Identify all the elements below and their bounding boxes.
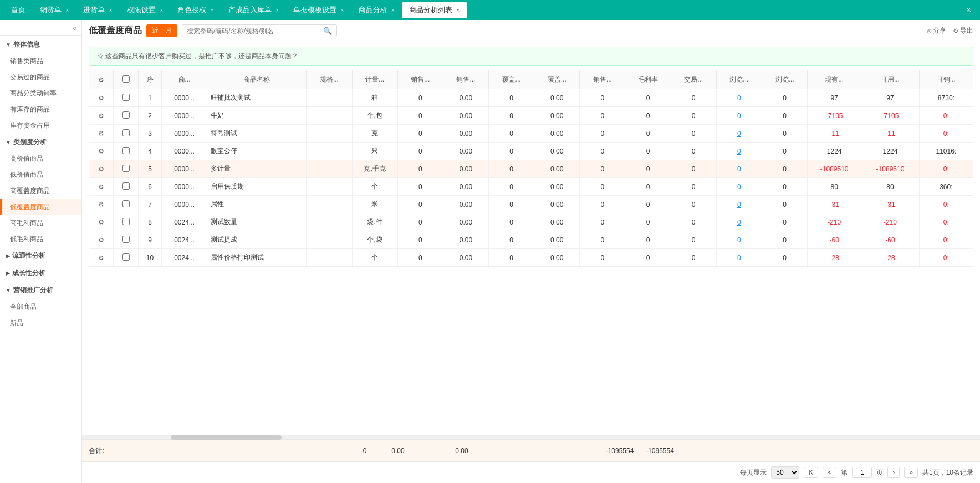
horizontal-scrollbar[interactable]: [82, 435, 980, 439]
row-settings[interactable]: ⚙: [89, 178, 114, 196]
row-settings[interactable]: ⚙: [89, 107, 114, 125]
nav-tab-analysis-list[interactable]: 商品分析列表 ×: [402, 2, 466, 18]
col-sales1[interactable]: 销售...: [397, 70, 443, 89]
row-select-checkbox[interactable]: [122, 165, 130, 172]
sidebar-item-low-coverage[interactable]: 低覆盖度商品: [0, 199, 81, 215]
search-icon[interactable]: 🔍: [323, 27, 332, 35]
nav-tab-role[interactable]: 角色授权 ×: [171, 2, 220, 18]
settings-icon[interactable]: ⚙: [98, 94, 104, 102]
settings-icon[interactable]: ⚙: [98, 165, 104, 173]
close-icon[interactable]: ×: [391, 7, 395, 13]
nav-tab-permission[interactable]: 权限设置 ×: [120, 2, 170, 18]
col-browse1[interactable]: 浏览...: [716, 70, 762, 89]
row-browse1[interactable]: 0: [716, 125, 762, 143]
prev-page-button[interactable]: <: [823, 467, 836, 478]
settings-icon[interactable]: ⚙: [98, 130, 104, 138]
row-settings[interactable]: ⚙: [89, 196, 114, 213]
sidebar-group-category[interactable]: ▼ 类别度分析: [0, 134, 81, 151]
sidebar-item-high-coverage[interactable]: 高覆盖度商品: [0, 183, 81, 199]
row-select-checkbox[interactable]: [122, 147, 130, 154]
nav-tab-template[interactable]: 单据模板设置 ×: [287, 2, 350, 18]
nav-tab-analysis[interactable]: 商品分析 ×: [352, 2, 401, 18]
sidebar-item-traded-goods[interactable]: 交易过的商品: [0, 69, 81, 85]
row-select-checkbox[interactable]: [122, 218, 130, 225]
col-code[interactable]: 商...: [161, 70, 207, 89]
close-icon[interactable]: ×: [109, 7, 112, 13]
row-browse1[interactable]: 0: [716, 231, 762, 249]
sidebar-item-all-goods[interactable]: 全部商品: [0, 299, 81, 315]
row-browse1[interactable]: 0: [716, 249, 762, 267]
row-select-checkbox[interactable]: [122, 94, 130, 101]
col-spec[interactable]: 规格...: [307, 70, 352, 89]
sidebar-group-overall[interactable]: ▼ 整体信息: [0, 36, 81, 53]
sidebar-item-category-rate[interactable]: 商品分类动销率: [0, 85, 81, 101]
sidebar-item-new-goods[interactable]: 新品: [0, 315, 81, 331]
row-select-checkbox[interactable]: [122, 129, 130, 136]
scrollbar-thumb[interactable]: [171, 435, 282, 440]
page-size-select[interactable]: 50 100 200: [771, 466, 799, 479]
col-unit[interactable]: 计量...: [352, 70, 397, 89]
row-settings[interactable]: ⚙: [89, 143, 114, 160]
sidebar-item-in-stock[interactable]: 有库存的商品: [0, 101, 81, 118]
nav-tab-sales[interactable]: 销货单 ×: [33, 2, 75, 18]
sidebar-item-stock-capital[interactable]: 库存资金占用: [0, 118, 81, 134]
select-all-checkbox[interactable]: [122, 75, 130, 83]
nav-tab-home[interactable]: 首页: [4, 2, 32, 18]
col-available[interactable]: 可用...: [861, 70, 920, 89]
sidebar-item-high-margin[interactable]: 高毛利商品: [0, 215, 81, 231]
sidebar-collapse-button[interactable]: «: [0, 20, 81, 36]
sidebar-group-circulation[interactable]: ▶ 流通性分析: [0, 247, 81, 265]
col-sales3[interactable]: 销售...: [580, 70, 625, 89]
col-name[interactable]: 商品名称: [207, 70, 307, 89]
close-icon[interactable]: ×: [65, 7, 69, 13]
row-select-checkbox[interactable]: [122, 236, 130, 243]
settings-icon[interactable]: ⚙: [98, 112, 104, 120]
row-settings[interactable]: ⚙: [89, 249, 114, 267]
nav-tab-purchase[interactable]: 进货单 ×: [76, 2, 119, 18]
row-select-checkbox[interactable]: [122, 111, 130, 119]
row-browse1[interactable]: 0: [716, 213, 762, 231]
sidebar-item-low-margin[interactable]: 低毛利商品: [0, 231, 81, 247]
close-icon[interactable]: ×: [340, 7, 344, 13]
row-browse1[interactable]: 0: [716, 178, 762, 196]
col-cov1[interactable]: 覆盖...: [489, 70, 534, 89]
current-page-input[interactable]: [852, 467, 872, 478]
settings-icon[interactable]: ⚙: [98, 254, 104, 262]
close-icon[interactable]: ×: [210, 7, 213, 13]
row-browse1[interactable]: 0: [716, 196, 762, 213]
sidebar-item-sales-goods[interactable]: 销售类商品: [0, 53, 81, 69]
sidebar-group-marketing[interactable]: ▼ 营销推广分析: [0, 282, 81, 299]
row-select-checkbox[interactable]: [122, 200, 130, 207]
close-icon[interactable]: ×: [456, 7, 460, 13]
row-browse1[interactable]: 0: [716, 107, 762, 125]
nav-tab-product[interactable]: 产成品入库单 ×: [222, 2, 285, 18]
col-current[interactable]: 现有...: [808, 70, 861, 89]
settings-icon[interactable]: ⚙: [98, 183, 104, 191]
row-settings[interactable]: ⚙: [89, 160, 114, 178]
row-settings[interactable]: ⚙: [89, 213, 114, 231]
col-gross[interactable]: 毛利率: [625, 70, 671, 89]
export-button[interactable]: ↻ 导出: [953, 26, 973, 35]
first-page-button[interactable]: K: [804, 467, 818, 478]
sidebar-item-high-value[interactable]: 高价值商品: [0, 151, 81, 167]
row-select-checkbox[interactable]: [122, 182, 130, 190]
sidebar-group-growth[interactable]: ▶ 成长性分析: [0, 265, 81, 282]
row-select-checkbox[interactable]: [122, 253, 130, 261]
gear-icon[interactable]: ⚙: [98, 76, 104, 84]
row-settings[interactable]: ⚙: [89, 89, 114, 107]
row-browse1[interactable]: 0: [716, 160, 762, 178]
row-browse1[interactable]: 0: [716, 143, 762, 160]
col-browse2[interactable]: 浏览...: [762, 70, 807, 89]
settings-icon[interactable]: ⚙: [98, 218, 104, 226]
close-icon[interactable]: ×: [275, 7, 279, 13]
col-cov2[interactable]: 覆盖...: [534, 70, 580, 89]
window-close-button[interactable]: ×: [962, 5, 976, 15]
settings-icon[interactable]: ⚙: [98, 236, 104, 244]
col-saleable[interactable]: 可销...: [919, 70, 973, 89]
search-input[interactable]: [187, 27, 321, 35]
settings-icon[interactable]: ⚙: [98, 148, 104, 155]
sidebar-item-low-value[interactable]: 低价值商品: [0, 167, 81, 183]
close-icon[interactable]: ×: [160, 7, 163, 13]
col-settings[interactable]: ⚙: [89, 70, 114, 89]
row-settings[interactable]: ⚙: [89, 231, 114, 249]
